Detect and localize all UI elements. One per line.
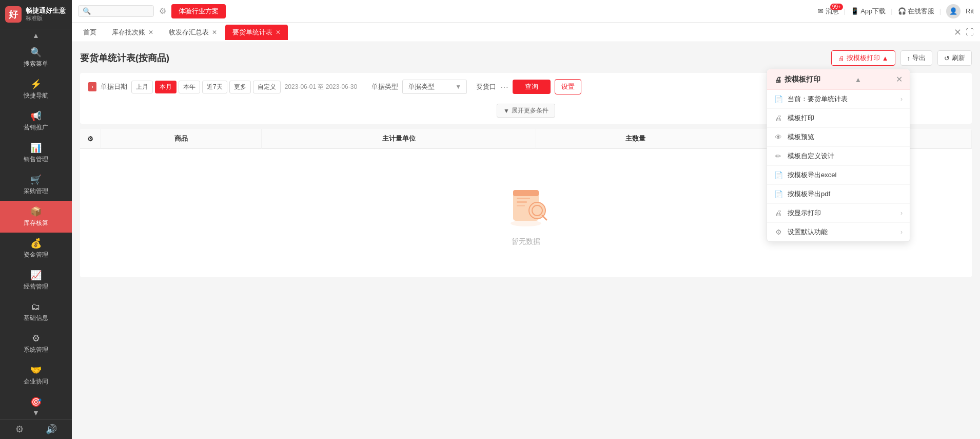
sidebar-volume-btn[interactable]: 🔊 — [46, 424, 57, 435]
phone-icon: 📱 — [851, 7, 859, 15]
filter-more-icon[interactable]: ⋯ — [500, 82, 508, 92]
nav-icon-newbie: 🎯 — [30, 396, 42, 407]
tab-close-collect_summary[interactable]: ✕ — [212, 29, 217, 36]
tab-close-all-btn[interactable]: ✕ — [952, 25, 964, 40]
sep1: | — [844, 7, 846, 15]
date-btn-近7天[interactable]: 近7天 — [202, 81, 227, 93]
sidebar: 好 畅捷通好生意 标准版 ▲ 🔍搜索菜单⚡快捷导航📢营销推广📊销售管理🛒采购管理… — [0, 0, 72, 439]
filter-query-btn[interactable]: 查询 — [513, 80, 551, 94]
export-btn[interactable]: ↑ 导出 — [900, 50, 933, 66]
filter-date-range: 2023-06-01 至 2023-06-30 — [285, 83, 357, 91]
date-btn-本月[interactable]: 本月 — [155, 81, 177, 93]
topbar-message-btn[interactable]: ✉ 消息 99+ — [818, 7, 839, 16]
online-service-label: 在线客服 — [908, 7, 934, 16]
dropdown-item-template_custom_design[interactable]: ✏模板自定义设计 — [767, 147, 910, 166]
print-dropdown-header: 🖨 按模板打印 ▲ ✕ — [767, 69, 910, 90]
page-title: 要货单统计表(按商品) — [80, 52, 169, 64]
nav-label-quick_nav: 快捷导航 — [24, 91, 48, 100]
print-btn[interactable]: 🖨 按模板打印 ▲ — [831, 50, 895, 66]
nav-icon-sales: 📊 — [30, 142, 42, 154]
date-btn-自定义[interactable]: 自定义 — [253, 81, 281, 93]
sidebar-item-search[interactable]: 🔍搜索菜单 — [0, 42, 72, 73]
sidebar-item-marketing[interactable]: 📢营销推广 — [0, 105, 72, 137]
nav-icon-inventory: 📦 — [30, 206, 42, 217]
dropdown-item-display_print[interactable]: 🖨按显示打印› — [767, 204, 910, 223]
refresh-icon: ↺ — [944, 54, 950, 62]
nav-icon-enterprise: 🤝 — [30, 365, 42, 376]
empty-text: 暂无数据 — [512, 237, 540, 246]
nav-icon-basic: 🗂 — [31, 301, 41, 312]
dropdown-item-template_print[interactable]: 🖨模板打印 — [767, 109, 910, 128]
nav-label-basic: 基础信息 — [24, 314, 48, 322]
dropdown-label-template_custom_design: 模板自定义设计 — [788, 151, 834, 161]
filter-row: › 单据日期 上月本月本年近7天更多自定义 2023-06-01 至 2023-… — [88, 79, 581, 94]
sidebar-scroll-up-btn[interactable]: ▲ — [0, 29, 72, 42]
tab-order_summary[interactable]: 要货单统计表✕ — [225, 25, 288, 40]
topbar-online-service-btn[interactable]: 🎧 在线客服 — [898, 7, 934, 16]
sidebar-item-finance[interactable]: 💰资金管理 — [0, 233, 72, 264]
sidebar-item-purchase[interactable]: 🛒采购管理 — [0, 169, 72, 201]
topbar-app-download-btn[interactable]: 📱 App下载 — [851, 7, 886, 16]
content-area: 要货单统计表(按商品) 🖨 按模板打印 ▲ ↑ 导出 ↺ 刷新 — [72, 42, 980, 439]
sidebar-scroll-down-btn[interactable]: ▼ — [0, 407, 72, 419]
print-dropdown-chevron-icon[interactable]: ▲ — [855, 75, 862, 84]
col-header-settings[interactable]: ⚙ — [80, 129, 101, 149]
nav-icon-search: 🔍 — [30, 47, 42, 58]
sidebar-item-enterprise[interactable]: 🤝企业协同 — [0, 359, 72, 391]
topbar-username[interactable]: Rit — [966, 7, 974, 15]
date-btn-更多[interactable]: 更多 — [229, 81, 251, 93]
svg-rect-2 — [513, 190, 539, 196]
tab-home[interactable]: 首页 — [76, 25, 104, 40]
nav-icon-quick_nav: ⚡ — [30, 79, 42, 90]
tab-close-inventory_batch[interactable]: ✕ — [148, 29, 153, 36]
dropdown-label-template_export_pdf: 按模板导出pdf — [788, 189, 830, 199]
app-download-label: App下载 — [860, 7, 886, 16]
sidebar-item-sales[interactable]: 📊销售管理 — [0, 137, 72, 169]
dropdown-icon-template_custom_design: ✏ — [774, 152, 782, 160]
tabs-container: 首页库存批次账✕收发存汇总表✕要货单统计表✕ — [76, 25, 288, 40]
dropdown-item-template_preview[interactable]: 👁模板预览 — [767, 128, 910, 147]
print-current-template-item[interactable]: 📄 当前：要货单统计表 › — [767, 90, 910, 109]
col-header-product: 商品 — [101, 129, 262, 149]
date-btn-上月[interactable]: 上月 — [131, 81, 153, 93]
dropdown-label-template_export_excel: 按模板导出excel — [788, 170, 836, 180]
dropdown-icon-set_default: ⚙ — [774, 228, 782, 236]
sidebar-item-basic[interactable]: 🗂基础信息 — [0, 296, 72, 328]
topbar-search[interactable]: 🔍 — [78, 5, 154, 17]
nav-label-search: 搜索菜单 — [24, 60, 48, 68]
sidebar-item-operations[interactable]: 📈经营管理 — [0, 264, 72, 296]
nav-label-purchase: 采购管理 — [24, 187, 48, 196]
sidebar-item-newbie[interactable]: 🎯新手引导 — [0, 391, 72, 407]
print-current-left: 📄 当前：要货单统计表 — [774, 94, 848, 104]
sidebar-item-inventory[interactable]: 📦库存核算 — [0, 201, 72, 233]
filter-expand-btn[interactable]: ▼ 展开更多条件 — [497, 104, 555, 118]
topbar-avatar[interactable]: 👤 — [946, 4, 961, 18]
trial-btn[interactable]: 体验行业方案 — [171, 4, 226, 18]
tab-collect_summary[interactable]: 收发存汇总表✕ — [162, 25, 224, 40]
filter-settings-btn[interactable]: 设置 — [555, 79, 581, 94]
refresh-btn[interactable]: ↺ 刷新 — [937, 50, 972, 66]
date-btn-本年[interactable]: 本年 — [179, 81, 200, 93]
print-dropdown-close-btn[interactable]: ✕ — [896, 74, 903, 84]
sidebar-item-quick_nav[interactable]: ⚡快捷导航 — [0, 73, 72, 105]
nav-label-system: 系统管理 — [24, 346, 48, 354]
print-dropdown-title: 🖨 按模板打印 — [774, 75, 820, 84]
search-input[interactable] — [93, 8, 149, 15]
sidebar-item-system[interactable]: ⚙系统管理 — [0, 328, 72, 359]
sep3: | — [939, 7, 941, 15]
export-btn-label: 导出 — [912, 53, 926, 63]
dropdown-item-template_export_excel[interactable]: 📄按模板导出excel — [767, 166, 910, 185]
col-header-unit: 主计量单位 — [262, 129, 536, 149]
topbar-gear-icon[interactable]: ⚙ — [159, 6, 166, 16]
sidebar-settings-btn[interactable]: ⚙ — [15, 424, 24, 435]
filter-type-select[interactable]: 单据类型 ▼ — [402, 80, 467, 94]
tab-label-collect_summary: 收发存汇总表 — [169, 28, 209, 37]
filter-toggle-btn[interactable]: › — [88, 82, 96, 91]
tab-expand-btn[interactable]: ⛶ — [964, 26, 976, 39]
svg-rect-7 — [517, 201, 527, 203]
tab-inventory_batch[interactable]: 库存批次账✕ — [105, 25, 161, 40]
tab-close-order_summary[interactable]: ✕ — [276, 29, 281, 36]
dropdown-item-template_export_pdf[interactable]: 📄按模板导出pdf — [767, 185, 910, 204]
dropdown-arrow-display_print: › — [900, 209, 903, 217]
dropdown-item-set_default[interactable]: ⚙设置默认功能› — [767, 223, 910, 241]
